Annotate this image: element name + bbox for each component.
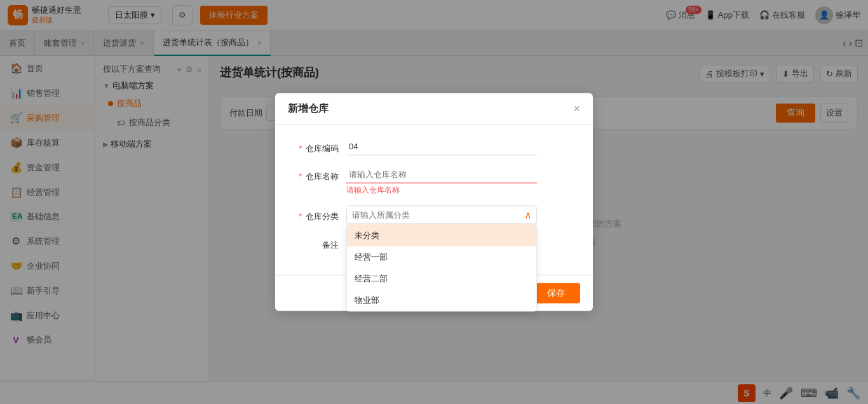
category-select-wrapper: ∧ 未分类 经营一部 经营二部 物业部 (346, 206, 537, 224)
save-button[interactable]: 保存 (532, 283, 580, 304)
category-label: * 仓库分类 (294, 206, 339, 222)
name-input[interactable] (346, 166, 537, 184)
name-error-msg: 请输入仓库名称 (346, 185, 537, 196)
dropdown-item-uncategorized[interactable]: 未分类 (347, 225, 536, 246)
dropdown-item-dept2[interactable]: 经营二部 (347, 268, 536, 290)
dialog-header: 新增仓库 × (275, 93, 593, 125)
category-dropdown: 未分类 经营一部 经营二部 物业部 (346, 224, 537, 312)
name-form-row: * 仓库名称 请输入仓库名称 (294, 166, 574, 196)
code-required-star: * (299, 144, 302, 153)
name-required-star: * (299, 172, 302, 181)
add-warehouse-dialog: 新增仓库 × * 仓库编码 * 仓库名称 请输入仓库名称 (275, 93, 593, 311)
code-input[interactable] (346, 138, 537, 156)
category-form-row: * 仓库分类 ∧ 未分类 经营一部 经营二部 物业部 (294, 206, 574, 224)
name-label: * 仓库名称 (294, 166, 339, 196)
dialog-body: * 仓库编码 * 仓库名称 请输入仓库名称 * 仓库分类 (275, 125, 593, 275)
category-input[interactable] (346, 206, 537, 224)
cat-required-star: * (299, 212, 302, 221)
dropdown-item-dept1[interactable]: 经营一部 (347, 246, 536, 268)
dropdown-item-property[interactable]: 物业部 (347, 290, 536, 311)
dialog-title: 新增仓库 (288, 102, 329, 116)
code-form-row: * 仓库编码 (294, 138, 574, 156)
note-label: 备注 (294, 234, 339, 251)
code-label: * 仓库编码 (294, 138, 339, 154)
dialog-close-button[interactable]: × (573, 102, 580, 116)
